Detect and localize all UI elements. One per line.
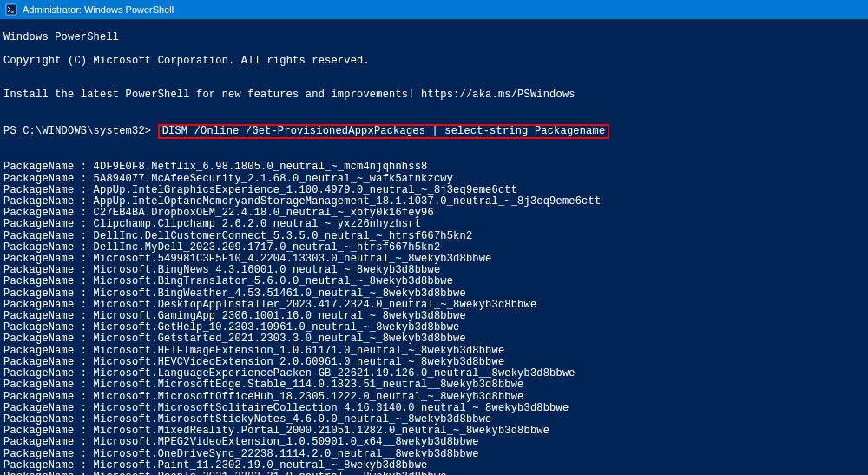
header-line: Install the latest PowerShell for new fe…: [3, 89, 865, 101]
header-line: Copyright (C) Microsoft Corporation. All…: [3, 56, 865, 67]
package-line: PackageName : Microsoft.OneDriveSync_222…: [3, 449, 865, 460]
package-line: PackageName : Microsoft.MicrosoftSolitai…: [3, 403, 865, 414]
powershell-icon: [5, 3, 17, 16]
prompt-line: PS C:\WINDOWS\system32> DISM /Online /Ge…: [3, 124, 865, 139]
package-line: PackageName : Microsoft.MPEG2VideoExtens…: [3, 437, 865, 448]
svg-rect-0: [6, 4, 16, 15]
packages-list: PackageName : 4DF9E0F8.Netflix_6.98.1805…: [3, 162, 865, 475]
titlebar[interactable]: Administrator: Windows PowerShell: [0, 0, 868, 19]
package-line: PackageName : Microsoft.HEIFImageExtensi…: [3, 346, 865, 357]
package-line: PackageName : Microsoft.MicrosoftOfficeH…: [3, 392, 865, 403]
package-line: PackageName : Microsoft.MicrosoftEdge.St…: [3, 379, 865, 391]
header-line: Windows PowerShell: [3, 32, 865, 43]
window-title: Administrator: Windows PowerShell: [23, 4, 174, 15]
terminal-output[interactable]: Windows PowerShell Copyright (C) Microso…: [0, 19, 868, 475]
package-line: PackageName : Clipchamp.Clipchamp_2.6.2.…: [3, 219, 865, 230]
package-line: PackageName : Microsoft.BingTranslator_5…: [3, 276, 865, 287]
package-line: PackageName : Microsoft.BingWeather_4.53…: [3, 288, 865, 300]
package-line: PackageName : Microsoft.Getstarted_2021.…: [3, 333, 865, 345]
prompt-ps: PS C:\WINDOWS\system32>: [3, 126, 158, 137]
package-line: PackageName : Microsoft.People_2021.2202…: [3, 472, 865, 475]
package-line: PackageName : 5A894077.McAfeeSecurity_2.…: [3, 174, 865, 185]
command-text: DISM /Online /Get-ProvisionedAppxPackage…: [162, 125, 606, 137]
package-line: PackageName : Microsoft.Paint_11.2302.19…: [3, 460, 865, 472]
package-line: PackageName : DellInc.DellCustomerConnec…: [3, 231, 865, 242]
command-highlight: DISM /Online /Get-ProvisionedAppxPackage…: [158, 124, 610, 139]
package-line: PackageName : 4DF9E0F8.Netflix_6.98.1805…: [3, 162, 865, 173]
